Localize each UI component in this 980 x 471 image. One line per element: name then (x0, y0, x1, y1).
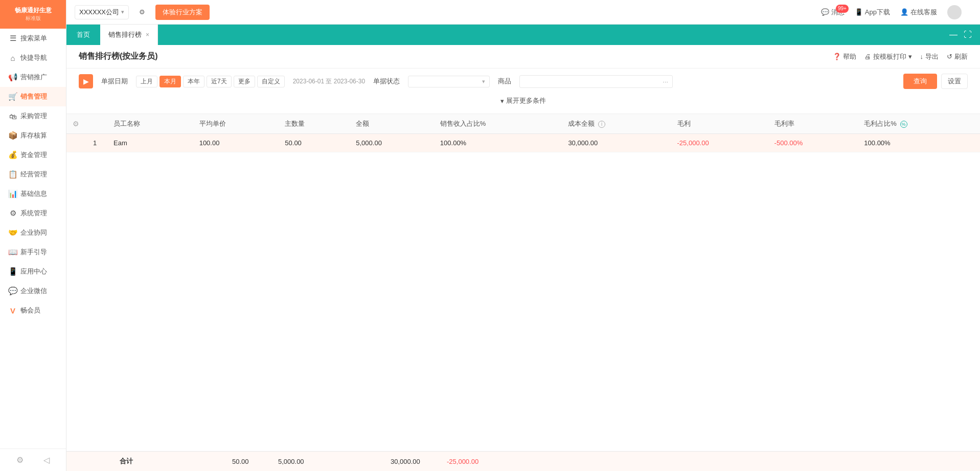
date-btn-custom[interactable]: 自定义 (257, 76, 285, 87)
col-settings-icon[interactable]: ⚙ (73, 120, 79, 128)
avatar[interactable] (947, 5, 962, 19)
maximize-icon[interactable]: ⛶ (964, 30, 972, 39)
footer-gross: -25,000.00 (441, 458, 492, 465)
table-row: 1 Eam 100.00 50.00 5,000.00 100.00% 30,0… (66, 134, 980, 152)
col-cost-amount: 成本全额 i (562, 114, 671, 134)
logo-text: 畅康通好生意 (15, 7, 52, 15)
settings-button[interactable]: ⚙ (135, 5, 149, 19)
status-chevron-icon: ▾ (482, 78, 485, 85)
date-btn-last-month[interactable]: 上月 (136, 76, 157, 87)
status-select[interactable]: ▾ (408, 76, 490, 87)
status-label: 单据状态 (373, 77, 400, 86)
sidebar-item-sales[interactable]: 🛒 销售管理 (0, 87, 66, 106)
sidebar-label: 销售管理 (20, 92, 47, 101)
row-gross-pct: 100.00% (858, 134, 980, 152)
collapse-icon[interactable]: ◁ (43, 455, 50, 465)
sidebar-item-enterprise[interactable]: 🤝 企业协同 (0, 223, 66, 242)
topbar-right: 💬 消息 99+ 📱 App下载 👤 在线客服 (821, 5, 972, 19)
col-settings: ⚙ (66, 114, 87, 134)
sidebar-item-inventory[interactable]: 📦 库存核算 (0, 126, 66, 145)
sidebar-item-search-order[interactable]: ☰ 搜索菜单 (0, 29, 66, 48)
member-icon: V (8, 306, 17, 315)
row-gross-rate: -500.00% (768, 134, 858, 152)
help-icon: ❓ (833, 53, 841, 60)
col-main-qty: 主数量 (279, 114, 350, 134)
cost-info-icon[interactable]: i (598, 121, 605, 128)
company-name: XXXXXX公司 (79, 8, 119, 17)
system-icon: ⚙ (8, 209, 17, 218)
tab-active-label: 销售排行榜 (108, 30, 142, 39)
table-header-row: ⚙ 员工名称 平均单价 主数量 全额 销售收入占比% 成本全额 i 毛利 (66, 114, 980, 134)
refresh-button[interactable]: ↺ 刷新 (947, 52, 968, 61)
footer-amount: 5,000.00 (272, 458, 323, 465)
settings-btn[interactable]: 设置 (941, 74, 968, 89)
sidebar-label: 采购管理 (20, 111, 47, 121)
sidebar-item-app-center[interactable]: 📱 应用中心 (0, 262, 66, 281)
message-button[interactable]: 💬 消息 99+ (821, 8, 845, 17)
wechat-icon: 💬 (8, 286, 17, 296)
home-icon: ⌂ (8, 54, 17, 62)
table-footer: 合计 50.00 5,000.00 30,000.00 -25,000.00 (66, 451, 980, 471)
tab-home[interactable]: 首页 (66, 25, 100, 45)
app-download-label: App下载 (865, 8, 890, 17)
help-button[interactable]: ❓ 帮助 (833, 52, 856, 61)
sidebar-item-operation[interactable]: 📋 经营管理 (0, 165, 66, 184)
print-label: 按模板打印 (873, 52, 906, 61)
chevron-down-icon: ▾ (121, 9, 124, 15)
tab-window-controls: — ⛶ (941, 30, 980, 39)
date-btn-this-year[interactable]: 本年 (183, 76, 204, 87)
settings-bottom-icon[interactable]: ⚙ (16, 455, 24, 465)
sidebar-label: 营销推广 (20, 73, 47, 82)
finance-icon: 💰 (8, 150, 17, 160)
sidebar-item-basic-info[interactable]: 📊 基础信息 (0, 184, 66, 204)
sidebar-item-guide[interactable]: 📖 新手引导 (0, 242, 66, 262)
operation-icon: 📋 (8, 170, 17, 179)
sidebar-label: 新手引导 (20, 248, 47, 257)
sidebar-label: 畅会员 (20, 306, 40, 315)
sidebar-item-member[interactable]: V 畅会员 (0, 301, 66, 320)
sidebar-item-purchase[interactable]: 🛍 采购管理 (0, 106, 66, 126)
expand-conditions-button[interactable]: ▾ 展开更多条件 (500, 93, 546, 108)
tab-sales-ranking[interactable]: 销售排行榜 × (100, 25, 158, 45)
minimize-icon[interactable]: — (949, 30, 958, 39)
col-gross: 毛利 (671, 114, 768, 134)
col-gross-pct: 毛利占比% % (858, 114, 980, 134)
trial-button[interactable]: 体验行业方案 (155, 5, 210, 20)
company-selector[interactable]: XXXXXX公司 ▾ (75, 5, 129, 19)
row-sales-pct: 100.00% (434, 134, 562, 152)
expand-label: 展开更多条件 (506, 96, 546, 105)
table-container: ⚙ 员工名称 平均单价 主数量 全额 销售收入占比% 成本全额 i 毛利 (66, 114, 980, 451)
inventory-icon: 📦 (8, 131, 17, 140)
export-label: 导出 (925, 52, 939, 61)
goods-select[interactable]: ··· (519, 75, 673, 88)
sidebar-item-quick-nav[interactable]: ⌂ 快捷导航 (0, 48, 66, 68)
filter-action-buttons: 查询 设置 (903, 74, 968, 89)
app-download-button[interactable]: 📱 App下载 (855, 8, 890, 17)
tab-close-icon[interactable]: × (146, 31, 149, 38)
help-label: 帮助 (843, 52, 856, 61)
sidebar-label: 企业微信 (20, 286, 47, 296)
filter-row-1: ▶ 单据日期 上月 本月 本年 近7天 更多 自定义 2023-06-01 至 … (79, 74, 968, 89)
filter-collapse-btn[interactable]: ▶ (79, 74, 93, 88)
sidebar-item-finance[interactable]: 💰 资金管理 (0, 145, 66, 165)
query-button[interactable]: 查询 (903, 74, 937, 89)
export-button[interactable]: ↓ 导出 (920, 52, 939, 61)
topbar: XXXXXX公司 ▾ ⚙ 体验行业方案 💬 消息 99+ 📱 App下载 👤 在… (66, 0, 980, 25)
sidebar-label: 搜索菜单 (20, 34, 47, 43)
date-btn-more[interactable]: 更多 (234, 76, 255, 87)
tab-home-label: 首页 (77, 30, 90, 39)
date-btn-this-month[interactable]: 本月 (159, 76, 181, 87)
sidebar-label: 快捷导航 (20, 53, 47, 62)
sidebar-item-marketing[interactable]: 📢 营销推广 (0, 68, 66, 87)
refresh-icon: ↺ (947, 53, 952, 60)
online-service-button[interactable]: 👤 在线客服 (900, 8, 937, 17)
sidebar-item-wechat[interactable]: 💬 企业微信 (0, 281, 66, 301)
row-settings (66, 134, 87, 152)
print-button[interactable]: 🖨 按模板打印 ▾ (864, 52, 912, 61)
gross-pct-icon[interactable]: % (900, 121, 907, 128)
sidebar-item-system[interactable]: ⚙ 系统管理 (0, 204, 66, 223)
footer-cost-amount: 30,000.00 (384, 458, 441, 465)
goods-more-icon: ··· (663, 78, 668, 85)
date-btn-7days[interactable]: 近7天 (207, 76, 232, 87)
sidebar-label: 企业协同 (20, 228, 47, 237)
